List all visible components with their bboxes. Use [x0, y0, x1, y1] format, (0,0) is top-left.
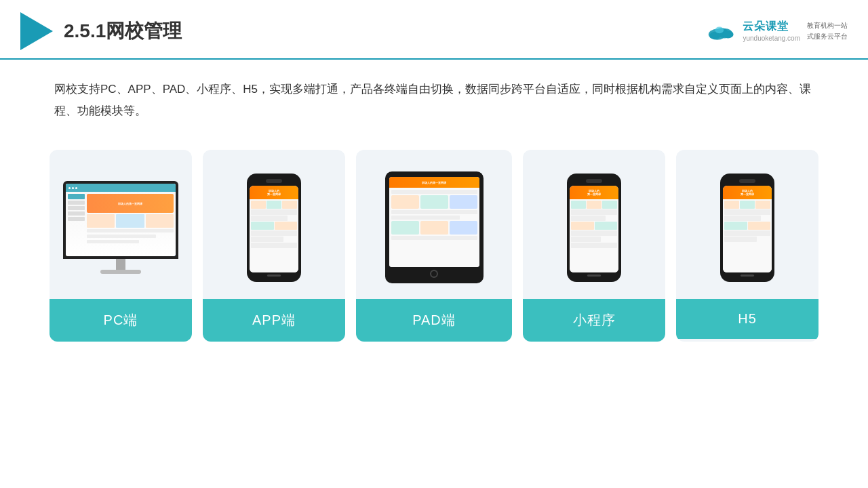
- tablet-screen: 职场人的第一堂网课: [389, 177, 479, 267]
- card-h5: 职场人的第一堂网课: [676, 150, 818, 342]
- miniapp-phone-notch: [586, 179, 602, 183]
- monitor-stand-neck: [116, 259, 125, 270]
- cloud-icon: [705, 20, 738, 42]
- card-miniapp-label: 小程序: [523, 299, 665, 342]
- brand-slogan: 教育机构一站式服务云平台: [807, 20, 848, 42]
- phone-home-button: [267, 274, 281, 277]
- header-left: 2.5.1网校管理: [20, 12, 182, 50]
- card-pc-image: 职场人的第一堂网课: [50, 150, 192, 299]
- phone-notch: [266, 179, 282, 183]
- card-miniapp: 职场人的第一堂网课: [523, 150, 665, 342]
- tablet-body: 职场人的第一堂网课: [385, 171, 484, 283]
- card-h5-image: 职场人的第一堂网课: [676, 150, 818, 299]
- description-text: 网校支持PC、APP、PAD、小程序、H5，实现多端打通，产品各终端自由切换，数…: [0, 60, 868, 136]
- card-pc-label: PC端: [50, 299, 192, 342]
- header: 2.5.1网校管理 云朵课堂 yunduoketang.com: [0, 0, 868, 60]
- monitor-device: 职场人的第一堂网课: [63, 181, 178, 274]
- phone-device: 职场人的第一堂网课: [247, 174, 301, 282]
- svg-point-5: [715, 27, 724, 34]
- svg-point-4: [723, 30, 734, 38]
- card-app-label: APP端: [203, 299, 345, 342]
- card-pad: 职场人的第一堂网课: [356, 150, 512, 342]
- h5-phone-screen: 职场人的第一堂网课: [723, 186, 772, 272]
- monitor-screen-inner: 职场人的第一堂网课: [66, 184, 176, 256]
- phone-body: 职场人的第一堂网课: [247, 174, 301, 282]
- card-pad-label: PAD端: [356, 299, 512, 342]
- card-pad-image: 职场人的第一堂网课: [356, 150, 512, 299]
- monitor-stand-base: [100, 270, 141, 274]
- card-app-image: 职场人的第一堂网课: [203, 150, 345, 299]
- card-miniapp-image: 职场人的第一堂网课: [523, 150, 665, 299]
- miniapp-phone-device: 职场人的第一堂网课: [567, 174, 621, 282]
- cards-container: 职场人的第一堂网课: [0, 136, 868, 362]
- brand-url: yunduoketang.com: [743, 34, 800, 43]
- miniapp-phone-home-button: [587, 274, 601, 277]
- card-pc: 职场人的第一堂网课: [50, 150, 192, 342]
- brand-name: 云朵课堂: [743, 19, 800, 34]
- h5-phone-home-button: [741, 274, 754, 277]
- brand-cloud-area: 云朵课堂 yunduoketang.com 教育机构一站式服务云平台: [705, 19, 848, 43]
- monitor-screen-outer: 职场人的第一堂网课: [63, 181, 178, 259]
- miniapp-phone-screen: 职场人的第一堂网课: [570, 186, 618, 272]
- brand-text: 云朵课堂 yunduoketang.com: [743, 19, 800, 43]
- logo-triangle-icon: [20, 12, 53, 50]
- h5-phone-device: 职场人的第一堂网课: [720, 174, 774, 282]
- card-h5-label: H5: [676, 299, 818, 339]
- miniapp-phone-body: 职场人的第一堂网课: [567, 174, 621, 282]
- header-right: 云朵课堂 yunduoketang.com 教育机构一站式服务云平台: [705, 19, 848, 43]
- h5-phone-notch: [739, 179, 755, 183]
- card-app: 职场人的第一堂网课: [203, 150, 345, 342]
- description-content: 网校支持PC、APP、PAD、小程序、H5，实现多端打通，产品各终端自由切换，数…: [54, 83, 811, 117]
- tablet-home-button: [430, 270, 438, 278]
- brand-logo: 云朵课堂 yunduoketang.com 教育机构一站式服务云平台: [705, 19, 848, 43]
- page-title: 2.5.1网校管理: [64, 18, 182, 44]
- h5-phone-body: 职场人的第一堂网课: [720, 174, 774, 282]
- tablet-device: 职场人的第一堂网课: [385, 171, 484, 283]
- phone-screen: 职场人的第一堂网课: [250, 186, 298, 272]
